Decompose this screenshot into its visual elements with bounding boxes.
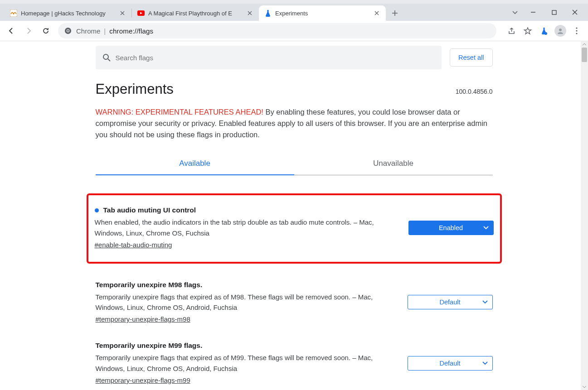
flag-item-unexpire-m98: Temporarily unexpire M98 flags. Temporar… xyxy=(96,273,493,334)
select-value: Enabled xyxy=(439,224,463,231)
scroll-thumb[interactable] xyxy=(582,48,587,62)
scroll-down-icon[interactable] xyxy=(581,384,588,390)
search-flags-box[interactable] xyxy=(96,46,442,69)
select-value: Default xyxy=(440,299,461,306)
browser-tab-0[interactable]: Homepage | gHacks Technology xyxy=(5,5,131,21)
page-viewport: Reset all Experiments 100.0.4856.0 WARNI… xyxy=(0,41,588,390)
tab-title: A Magical First Playthrough of E xyxy=(148,10,243,17)
svg-point-11 xyxy=(103,54,108,59)
chrome-icon xyxy=(64,27,72,34)
flag-anchor-link[interactable]: #enable-tab-audio-muting xyxy=(95,241,172,249)
forward-button[interactable] xyxy=(21,23,36,39)
flag-select-dropdown[interactable]: Enabled xyxy=(408,221,494,235)
window-titlebar xyxy=(0,0,588,4)
chevron-down-icon xyxy=(483,226,489,230)
flag-title: Tab audio muting UI control xyxy=(95,206,395,214)
tab-unavailable[interactable]: Unavailable xyxy=(294,154,493,175)
maximize-button[interactable] xyxy=(544,5,564,19)
avatar-icon xyxy=(554,25,566,37)
scroll-up-icon[interactable] xyxy=(581,41,588,48)
reset-all-button[interactable]: Reset all xyxy=(450,48,492,67)
url-origin-label: Chrome xyxy=(76,27,100,35)
minimize-button[interactable] xyxy=(523,5,544,19)
version-label: 100.0.4856.0 xyxy=(456,88,493,95)
share-button[interactable] xyxy=(504,23,519,39)
svg-point-7 xyxy=(559,29,562,31)
chevron-down-icon xyxy=(482,300,488,304)
tab-title: Experiments xyxy=(275,10,369,17)
flag-title: Temporarily unexpire M98 flags. xyxy=(96,281,394,289)
profile-button[interactable] xyxy=(553,23,568,39)
toolbar: Chrome | chrome://flags xyxy=(0,21,588,41)
tab-available[interactable]: Available xyxy=(96,154,294,175)
tab-strip: Homepage | gHacks Technology A Magical F… xyxy=(0,4,588,21)
youtube-favicon xyxy=(137,10,145,17)
flag-anchor-link[interactable]: #temporary-unexpire-flags-m99 xyxy=(96,376,190,384)
reload-button[interactable] xyxy=(38,23,53,39)
bookmark-star-button[interactable] xyxy=(520,23,535,39)
flag-select-dropdown[interactable]: Default xyxy=(408,295,493,309)
flag-list: Tab audio muting UI control When enabled… xyxy=(96,175,493,390)
address-bar[interactable]: Chrome | chrome://flags xyxy=(58,23,496,39)
svg-point-5 xyxy=(67,30,69,32)
new-tab-button[interactable] xyxy=(389,7,401,19)
back-button[interactable] xyxy=(4,23,19,39)
svg-point-6 xyxy=(544,32,547,35)
close-icon[interactable] xyxy=(373,10,380,17)
svg-point-9 xyxy=(576,30,577,31)
window-controls xyxy=(507,4,588,21)
menu-button[interactable] xyxy=(569,23,584,39)
close-icon[interactable] xyxy=(119,10,126,17)
modified-indicator-icon xyxy=(95,208,99,212)
search-icon xyxy=(102,53,111,62)
flag-title: Temporarily unexpire M99 flags. xyxy=(96,342,394,350)
flag-item-tab-audio-muting: Tab audio muting UI control When enabled… xyxy=(87,193,502,264)
close-icon[interactable] xyxy=(246,10,253,17)
select-value: Default xyxy=(440,360,461,367)
experiments-flask-icon[interactable] xyxy=(536,23,552,39)
tab-title: Homepage | gHacks Technology xyxy=(21,10,115,17)
flag-description: Temporarily unexpire flags that expired … xyxy=(96,352,394,374)
flag-anchor-link[interactable]: #temporary-unexpire-flags-m98 xyxy=(96,315,190,323)
svg-point-8 xyxy=(576,27,577,29)
tab-search-button[interactable] xyxy=(507,5,523,19)
browser-tab-2-active[interactable]: Experiments xyxy=(259,5,386,21)
svg-point-10 xyxy=(576,33,577,34)
flask-icon xyxy=(264,10,272,17)
url-path: chrome://flags xyxy=(109,27,153,35)
flag-description: Temporarily unexpire flags that expired … xyxy=(96,292,394,313)
warning-prefix: WARNING: EXPERIMENTAL FEATURES AHEAD! xyxy=(96,108,263,116)
browser-tab-1[interactable]: A Magical First Playthrough of E xyxy=(132,5,259,21)
page-title: Experiments xyxy=(96,81,174,97)
flag-title-text: Temporarily unexpire M98 flags. xyxy=(96,281,203,289)
url-text: Chrome | chrome://flags xyxy=(76,27,153,35)
flag-select-dropdown[interactable]: Default xyxy=(408,356,493,371)
svg-rect-2 xyxy=(552,10,556,14)
flag-tabs: Available Unavailable xyxy=(96,154,493,175)
chevron-down-icon xyxy=(482,361,488,365)
vertical-scrollbar[interactable] xyxy=(581,41,588,390)
warning-text: WARNING: EXPERIMENTAL FEATURES AHEAD! By… xyxy=(96,106,493,140)
flag-description: When enabled, the audio indicators in th… xyxy=(95,217,395,238)
search-input[interactable] xyxy=(116,54,436,62)
flag-title-text: Tab audio muting UI control xyxy=(103,206,196,214)
flag-item-unexpire-m99: Temporarily unexpire M99 flags. Temporar… xyxy=(96,333,493,390)
flag-title-text: Temporarily unexpire M99 flags. xyxy=(96,342,203,350)
close-window-button[interactable] xyxy=(564,5,585,19)
ghacks-favicon xyxy=(10,10,17,17)
